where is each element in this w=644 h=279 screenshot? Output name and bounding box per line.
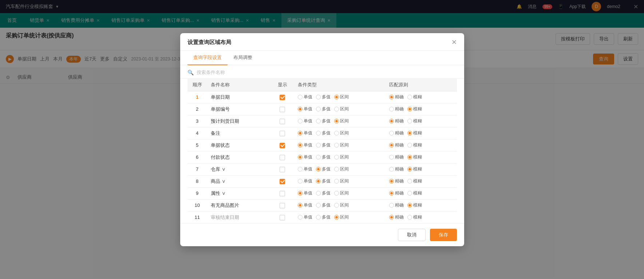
match-option-exact[interactable]: 精确 (389, 94, 404, 100)
match-option-fuzzy[interactable]: 模糊 (407, 106, 422, 112)
type-radio-single[interactable] (298, 143, 303, 148)
type-option-range[interactable]: 区间 (334, 118, 349, 124)
display-checkbox[interactable] (280, 155, 285, 160)
match-radio-exact[interactable] (389, 107, 394, 111)
match-radio-exact[interactable] (389, 95, 394, 99)
type-radio-multi[interactable] (316, 131, 321, 135)
type-option-multi[interactable]: 多值 (316, 154, 331, 160)
type-radio-single[interactable] (298, 131, 303, 135)
display-checkbox[interactable] (280, 215, 285, 220)
match-option-fuzzy[interactable]: 模糊 (407, 94, 422, 100)
display-checkbox[interactable] (280, 167, 285, 172)
type-radio-multi[interactable] (316, 95, 321, 99)
type-radio-multi[interactable] (316, 155, 321, 160)
match-option-fuzzy[interactable]: 模糊 (407, 214, 422, 220)
display-checkbox[interactable] (280, 191, 285, 196)
type-radio-range[interactable] (334, 179, 339, 184)
type-option-multi[interactable]: 多值 (316, 118, 331, 124)
type-radio-multi[interactable] (316, 143, 321, 148)
type-radio-single[interactable] (298, 203, 303, 208)
match-radio-exact[interactable] (389, 191, 394, 196)
match-radio-fuzzy[interactable] (407, 155, 412, 160)
match-radio-fuzzy[interactable] (407, 95, 412, 99)
type-option-range[interactable]: 区间 (334, 214, 349, 220)
save-button[interactable]: 保存 (430, 229, 457, 241)
type-radio-range[interactable] (334, 215, 339, 220)
type-option-single[interactable]: 单值 (298, 118, 312, 124)
display-checkbox[interactable] (280, 95, 285, 100)
type-option-multi[interactable]: 多值 (316, 202, 331, 208)
type-radio-multi[interactable] (316, 119, 321, 123)
type-radio-range[interactable] (334, 131, 339, 135)
type-radio-single[interactable] (298, 215, 303, 220)
match-option-fuzzy[interactable]: 模糊 (407, 190, 422, 196)
match-radio-exact[interactable] (389, 131, 394, 135)
match-radio-exact[interactable] (389, 143, 394, 148)
match-radio-fuzzy[interactable] (407, 191, 412, 196)
type-option-range[interactable]: 区间 (334, 202, 349, 208)
match-option-exact[interactable]: 精确 (389, 202, 404, 208)
type-option-range[interactable]: 区间 (334, 94, 349, 100)
type-radio-multi[interactable] (316, 203, 321, 208)
match-radio-fuzzy[interactable] (407, 131, 412, 135)
match-option-fuzzy[interactable]: 模糊 (407, 130, 422, 136)
display-checkbox[interactable] (280, 179, 285, 184)
type-option-multi[interactable]: 多值 (316, 106, 331, 112)
type-option-single[interactable]: 单值 (298, 202, 312, 208)
type-option-range[interactable]: 区间 (334, 178, 349, 184)
type-radio-single[interactable] (298, 167, 303, 172)
match-option-exact[interactable]: 精确 (389, 142, 404, 148)
match-radio-exact[interactable] (389, 215, 394, 220)
match-option-fuzzy[interactable]: 模糊 (407, 178, 422, 184)
type-option-range[interactable]: 区间 (334, 106, 349, 112)
type-option-single[interactable]: 单值 (298, 190, 312, 196)
modal-close-button[interactable]: ✕ (451, 39, 457, 46)
display-checkbox[interactable] (280, 107, 285, 112)
match-radio-fuzzy[interactable] (407, 119, 412, 123)
type-radio-range[interactable] (334, 155, 339, 160)
type-option-single[interactable]: 单值 (298, 130, 312, 136)
type-option-multi[interactable]: 多值 (316, 94, 331, 100)
type-radio-multi[interactable] (316, 191, 321, 196)
match-option-exact[interactable]: 精确 (389, 178, 404, 184)
type-option-single[interactable]: 单值 (298, 106, 312, 112)
display-checkbox[interactable] (280, 203, 285, 208)
tab-layout[interactable]: 布局调整 (228, 51, 258, 65)
type-radio-range[interactable] (334, 95, 339, 99)
type-radio-single[interactable] (298, 107, 303, 111)
type-option-range[interactable]: 区间 (334, 190, 349, 196)
display-checkbox[interactable] (280, 143, 285, 148)
match-option-exact[interactable]: 精确 (389, 214, 404, 220)
match-radio-exact[interactable] (389, 179, 394, 184)
type-option-single[interactable]: 单值 (298, 214, 312, 220)
match-radio-exact[interactable] (389, 203, 394, 208)
type-option-multi[interactable]: 多值 (316, 190, 331, 196)
type-option-multi[interactable]: 多值 (316, 178, 331, 184)
match-option-fuzzy[interactable]: 模糊 (407, 154, 422, 160)
match-option-fuzzy[interactable]: 模糊 (407, 202, 422, 208)
match-radio-fuzzy[interactable] (407, 215, 412, 220)
type-radio-range[interactable] (334, 107, 339, 111)
tab-query-fields[interactable]: 查询字段设置 (187, 51, 228, 65)
match-option-exact[interactable]: 精确 (389, 166, 404, 172)
type-radio-range[interactable] (334, 167, 339, 172)
type-option-single[interactable]: 单值 (298, 142, 312, 148)
match-radio-exact[interactable] (389, 167, 394, 172)
type-radio-single[interactable] (298, 179, 303, 184)
type-radio-multi[interactable] (316, 179, 321, 184)
type-option-single[interactable]: 单值 (298, 178, 312, 184)
type-radio-range[interactable] (334, 143, 339, 148)
type-radio-multi[interactable] (316, 215, 321, 220)
display-checkbox[interactable] (280, 131, 285, 136)
type-option-single[interactable]: 单值 (298, 154, 312, 160)
type-option-multi[interactable]: 多值 (316, 142, 331, 148)
type-option-range[interactable]: 区间 (334, 130, 349, 136)
match-radio-fuzzy[interactable] (407, 203, 412, 208)
type-radio-range[interactable] (334, 191, 339, 196)
match-radio-fuzzy[interactable] (407, 167, 412, 172)
type-radio-multi[interactable] (316, 107, 321, 111)
match-radio-fuzzy[interactable] (407, 143, 412, 148)
type-radio-single[interactable] (298, 191, 303, 196)
match-option-fuzzy[interactable]: 模糊 (407, 142, 422, 148)
type-option-single[interactable]: 单值 (298, 166, 312, 172)
